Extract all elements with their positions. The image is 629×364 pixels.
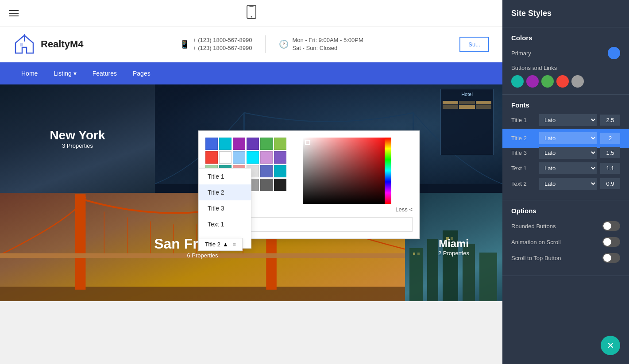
font-popup-text1[interactable]: Text 1: [199, 216, 251, 232]
city-props-ny: 3 Properties: [62, 142, 93, 149]
subscribe-button[interactable]: Su...: [459, 37, 489, 52]
color-spectrum[interactable]: [303, 138, 391, 204]
font-label-title3: Title 3: [511, 149, 536, 156]
font-size-text1[interactable]: [600, 163, 620, 174]
swatch-lime[interactable]: [274, 138, 286, 150]
nav-item-features[interactable]: Features: [85, 62, 125, 84]
city-name-ny: New York: [50, 128, 105, 142]
font-size-title2[interactable]: [600, 133, 620, 144]
font-popup-trigger[interactable]: Title 2 ▲ ≡: [198, 238, 243, 251]
primary-color-dot[interactable]: [608, 47, 620, 59]
city-card-miami[interactable]: Miami 2 Properties: [405, 193, 502, 301]
nav-item-pages[interactable]: Pages: [125, 62, 158, 84]
option-animation-scroll: Animation on Scroll: [511, 237, 620, 247]
swatch-lpurple[interactable]: [260, 151, 273, 164]
font-label-title1: Title 1: [511, 117, 536, 123]
font-row-text1: Text 1 Lato: [511, 162, 620, 174]
city-card-ny[interactable]: New York 3 Properties: [0, 84, 155, 193]
toggle-knob-2: [603, 238, 611, 246]
font-select-title3[interactable]: Lato: [539, 147, 597, 159]
rounded-buttons-toggle[interactable]: [602, 221, 620, 231]
primary-color-row: Primary: [511, 47, 620, 59]
panel-title: Site Styles: [511, 9, 552, 18]
close-button[interactable]: ✕: [601, 336, 620, 355]
font-size-text2[interactable]: [600, 178, 620, 189]
site-styles-panel: Site Styles Colors Primary Buttons and L…: [502, 0, 629, 364]
swatch-violet[interactable]: [247, 138, 259, 150]
swatch-black[interactable]: [274, 179, 286, 191]
swatch-indigo[interactable]: [260, 165, 273, 177]
buttons-links-label: Buttons and Links: [511, 65, 557, 71]
align-icon: ≡: [233, 241, 236, 248]
nav-item-home[interactable]: Home: [13, 62, 46, 84]
font-select-text1[interactable]: Lato: [539, 162, 597, 174]
toolbar: [0, 0, 502, 27]
city-name-miami: Miami: [439, 238, 469, 250]
font-popup-trigger-label: Title 2: [205, 241, 220, 248]
font-row-text2: Text 2 Lato: [511, 178, 620, 190]
toggle-knob: [603, 222, 611, 230]
hamburger-menu[interactable]: [9, 10, 19, 16]
toggle-knob-3: [603, 254, 611, 262]
color-buttons: [511, 75, 620, 88]
font-popup-title1[interactable]: Title 1: [199, 169, 251, 184]
swatch-dgray[interactable]: [260, 179, 273, 191]
font-label-text1: Text 1: [511, 165, 536, 172]
fonts-title: Fonts: [511, 101, 620, 109]
color-btn-purple[interactable]: [526, 75, 539, 88]
animation-scroll-toggle[interactable]: [602, 237, 620, 247]
logo-icon: [13, 33, 35, 55]
city-props-miami: 2 Properties: [438, 250, 469, 257]
rounded-buttons-label: Rounded Buttons: [511, 223, 556, 230]
color-btn-green[interactable]: [541, 75, 554, 88]
logo-text: RealtyM4: [41, 38, 84, 50]
buttons-links-label-row: Buttons and Links: [511, 64, 620, 72]
color-btn-gray[interactable]: [571, 75, 584, 88]
logo-area: RealtyM4: [13, 33, 84, 55]
swatch-cyan2[interactable]: [247, 151, 259, 164]
city-overlay-miami: Miami 2 Properties: [405, 193, 502, 301]
swatch-white[interactable]: [219, 151, 232, 164]
swatch-deeppurple[interactable]: [274, 151, 286, 164]
city-props-sf: 6 Properties: [187, 252, 218, 259]
option-scroll-top: Scroll to Top Button: [511, 253, 620, 263]
font-popup-title2[interactable]: Title 2: [199, 184, 251, 200]
font-size-title1[interactable]: [600, 115, 620, 126]
scroll-top-toggle[interactable]: [602, 253, 620, 263]
nav-item-listing[interactable]: Listing ▾: [46, 62, 84, 84]
animation-scroll-label: Animation on Scroll: [511, 239, 561, 245]
font-select-title2[interactable]: Lato: [539, 132, 597, 144]
swatch-teal2[interactable]: [274, 165, 286, 177]
font-label-text2: Text 2: [511, 180, 536, 187]
phone-contact: 📱 + (123) 1800-567-8990 + (123) 1800-567…: [180, 36, 252, 52]
font-select-title1[interactable]: Lato: [539, 114, 597, 126]
swatch-lblue[interactable]: [233, 151, 245, 164]
colors-section: Colors Primary Buttons and Links: [502, 27, 629, 95]
color-btn-red[interactable]: [556, 75, 569, 88]
font-popup-trigger-arrow: ▲: [223, 241, 228, 248]
mobile-preview-icon[interactable]: [246, 5, 257, 22]
phone-text: + (123) 1800-567-8990 + (123) 1800-567-8…: [193, 36, 252, 52]
font-select-text2[interactable]: Lato: [539, 178, 597, 190]
fonts-section: Fonts Title 1 Lato Title 2 Lato Title 3: [502, 95, 629, 200]
swatch-cyan[interactable]: [219, 138, 232, 150]
color-btn-teal[interactable]: [511, 75, 524, 88]
colors-title: Colors: [511, 34, 620, 42]
swatch-blue[interactable]: [205, 138, 218, 150]
contact-info: 📱 + (123) 1800-567-8990 + (123) 1800-567…: [180, 35, 363, 53]
swatch-red[interactable]: [205, 151, 218, 164]
svg-point-1: [251, 16, 252, 17]
primary-label: Primary: [511, 50, 531, 57]
panel-header: Site Styles: [502, 0, 629, 27]
options-title: Options: [511, 207, 620, 215]
font-row-title2: Title 2 Lato: [502, 129, 629, 148]
swatch-purple[interactable]: [233, 138, 245, 150]
font-type-popup: Title 1 Title 2 Title 3 Text 1 Text 2: [198, 168, 251, 249]
close-icon: ✕: [607, 340, 614, 351]
phone-icon: 📱: [180, 39, 189, 49]
hours-text: Mon - Fri: 9:00AM - 5:00PM Sat - Sun: Cl…: [292, 36, 363, 52]
swatch-green[interactable]: [260, 138, 273, 150]
nav-bar: Home Listing ▾ Features Pages: [0, 62, 502, 84]
font-size-title3[interactable]: [600, 147, 620, 158]
font-popup-title3[interactable]: Title 3: [199, 200, 251, 216]
